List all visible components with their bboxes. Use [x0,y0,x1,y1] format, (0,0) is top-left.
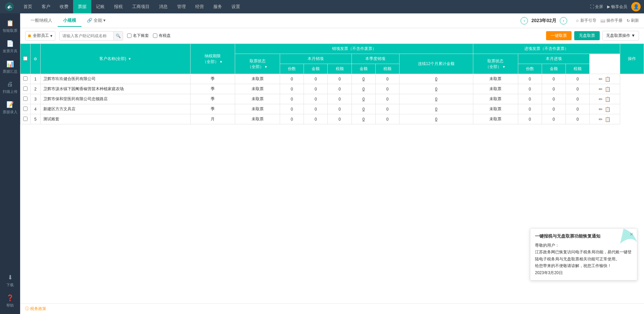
nav-home[interactable]: 首页 [19,0,37,13]
row-purchase-month-count-3: 0 [518,104,542,114]
row-check-3[interactable] [20,104,31,114]
th-purchase-month-count: 份数 [518,64,542,74]
row-sale-12months-3[interactable]: 0 [399,104,473,114]
sub-account-checkbox[interactable] [127,34,131,38]
view-icon-4[interactable]: 📋 [605,117,610,122]
row-customer-4: 测试账套 [41,114,191,124]
th-settings: ⚙ [31,44,41,74]
row-sale-month-count-0: 0 [280,74,304,84]
th-sale-quarter-amount: 金额 [352,64,375,74]
period-next-btn[interactable]: › [560,17,567,24]
invoice-summary-icon: 📊 [6,60,14,68]
sub-account-checkbox-label[interactable]: 名下账套 [127,33,149,39]
user-avatar[interactable]: 👤 [631,2,641,11]
row-no-3: 4 [31,104,41,114]
new-guide-btn[interactable]: ☆ 新手引导 [576,18,596,23]
sidebar-item-scan-upload[interactable]: 🖨 扫描上传 [1,78,19,97]
th-sale-group: 销项发票（不含作废票） [235,44,473,54]
row-sale-quarter-amount-4[interactable]: 0 [352,114,375,124]
select-all-checkbox[interactable] [23,56,28,61]
th-tax-period: 纳税期限（全部）▼ [190,44,235,74]
th-sale-status: 取票状态（全部）▼ [235,54,280,74]
invoice-open-icon: 📄 [6,40,14,47]
row-sale-quarter-amount-3[interactable]: 0 [352,104,375,114]
row-check-4[interactable] [20,114,31,124]
period-prev-btn[interactable]: ‹ [521,17,528,24]
row-check-1[interactable] [20,84,31,94]
refresh-btn[interactable]: ↻ 刷新 [627,18,639,23]
view-icon-0[interactable]: 📋 [605,76,610,82]
row-sale-quarter-tax-4: 0 [375,114,399,124]
view-icon-1[interactable]: 📋 [605,86,610,92]
row-check-2[interactable] [20,94,31,104]
edit-icon-2[interactable]: ✏ [599,97,603,102]
sidebar-item-help[interactable]: ❓ 帮助 [1,292,19,311]
tab-general-taxpayer[interactable]: 一般纳税人 [25,15,58,27]
edit-icon-0[interactable]: ✏ [599,76,603,82]
sidebar-item-invoice-summary[interactable]: 📊 票据汇总 [1,58,19,77]
edit-icon-3[interactable]: ✏ [599,107,603,112]
row-sale-month-amount-1: 0 [304,84,328,94]
th-purchase-group: 进项发票（不含作废票） [473,44,620,54]
has-disk-checkbox[interactable] [153,34,157,38]
nav-message[interactable]: 消息 [154,0,172,13]
tab-all-capable[interactable]: 🔗 全能 ▾ [82,15,111,27]
fullscreen-btn[interactable]: ⛶ 全屏 [590,4,603,10]
row-sale-month-tax-3: 0 [328,104,352,114]
member-btn[interactable]: ▶ 畅享会员 [607,4,627,10]
row-customer-2: 卫辉市保和堂医药有限公司忠顿路店 [41,94,191,104]
view-icon-2[interactable]: 📋 [605,97,610,102]
sidebar-item-invoice-open[interactable]: 📄 发票开具 [1,37,19,56]
search-button[interactable]: 🔍 [113,32,123,40]
row-sale-quarter-amount-2[interactable]: 0 [352,94,375,104]
row-purchase-month-tax-0: 0 [566,74,590,84]
row-tax-period-4: 月 [190,114,235,124]
tax-policy-link[interactable]: ⓘ 税务政策 [25,306,46,312]
sidebar-item-smart-ticket[interactable]: 📋 智能取票 [1,17,19,36]
row-purchase-status-4: 未取票 [473,114,518,124]
row-sale-12months-1[interactable]: 0 [399,84,473,94]
orange-dot-icon [28,35,31,37]
notification-line2: 江苏政务网已恢复访问电子税务局功能，易代账一键登陆电子税务局与无盘取票相关功能可… [535,249,632,262]
sidebar-item-invoice-entry[interactable]: 📝 票据录入 [1,98,19,117]
tab-bar-right: ☆ 新手引导 📖 操作手册 ↻ 刷新 [576,18,639,23]
notification-line3: 给您带来的不便敬请谅解，祝您工作愉快！ [535,262,632,269]
row-sale-month-count-2: 0 [280,94,304,104]
sidebar-item-download[interactable]: ⬇ 下载 [1,271,19,290]
table-row: 5 测试账套 月 未取票 0 0 0 0 0 0 未取票 0 0 0 ✏ 📋 [20,114,644,124]
nav-items: 首页 客户 收费 票据 记账 报税 工商项目 消息 管理 经营 服务 设置 [19,0,590,13]
no-disk-ops-btn[interactable]: 无盘取票操作 ▼ [602,31,639,41]
download-icon: ⬇ [8,274,13,281]
notification-popup: ✕ 一键报税与无盘取票功能恢复通知 尊敬的用户： 江苏政务网已恢复访问电子税务局… [530,228,637,280]
row-sale-quarter-amount-1[interactable]: 0 [352,84,375,94]
period-nav: ‹ 2023年02月 › [521,17,567,24]
nav-settings[interactable]: 设置 [227,0,245,13]
nav-customer[interactable]: 客户 [37,0,55,13]
nav-business[interactable]: 工商项目 [127,0,154,13]
view-icon-3[interactable]: 📋 [605,107,610,112]
employee-select[interactable]: 全部员工 ▾ [25,31,55,41]
nav-fee[interactable]: 收费 [55,0,73,13]
nav-tax[interactable]: 报税 [109,0,127,13]
row-sale-quarter-amount-0[interactable]: 0 [352,74,375,84]
manual-btn[interactable]: 📖 操作手册 [600,18,623,23]
no-disk-btn[interactable]: 无盘取票 [574,31,600,40]
nav-service[interactable]: 服务 [209,0,227,13]
row-tax-period-0: 季 [190,74,235,84]
nav-manage[interactable]: 管理 [172,0,191,13]
row-sale-12months-4[interactable]: 0 [399,114,473,124]
nav-operation[interactable]: 经营 [191,0,209,13]
row-sale-quarter-tax-3: 0 [375,104,399,114]
edit-icon-1[interactable]: ✏ [599,86,603,92]
one-click-btn[interactable]: 一键取票 [546,31,572,40]
row-sale-12months-2[interactable]: 0 [399,94,473,104]
customer-search-input[interactable] [60,32,113,40]
row-sale-12months-0[interactable]: 0 [399,74,473,84]
edit-icon-4[interactable]: ✏ [599,117,603,122]
nav-bookkeeping[interactable]: 记账 [91,0,109,13]
tab-small-scale[interactable]: 小规模 [58,15,82,27]
bottom-bar: ⓘ 税务政策 [20,303,644,314]
row-check-0[interactable] [20,74,31,84]
nav-invoice[interactable]: 票据 [73,0,91,13]
has-disk-checkbox-label[interactable]: 有税盘 [153,33,171,39]
